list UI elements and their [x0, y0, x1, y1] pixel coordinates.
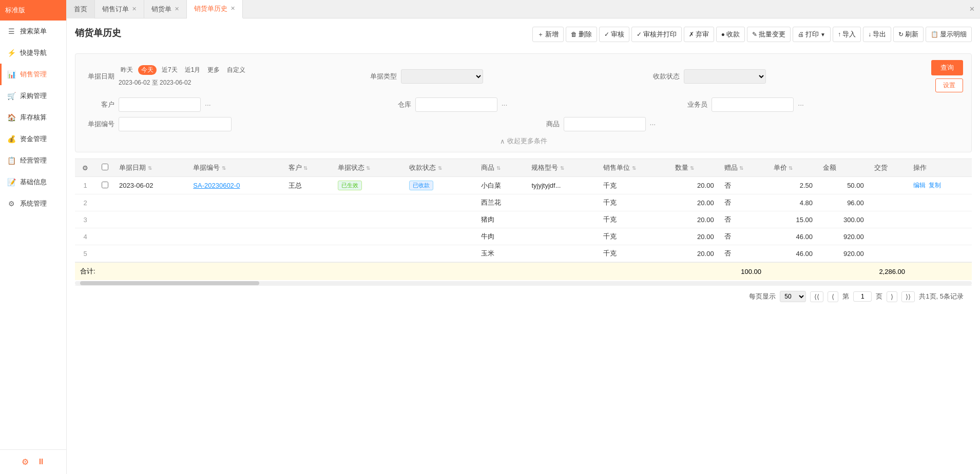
row-doc-no[interactable]: [188, 245, 283, 262]
col-gift[interactable]: 赠品: [719, 159, 768, 177]
row-customer: [283, 245, 333, 262]
col-collect-status[interactable]: 收款状态: [404, 159, 476, 177]
sidebar-item-business-mgmt[interactable]: 📋 经营管理: [0, 150, 66, 171]
sidebar-settings-icon[interactable]: ⚙: [22, 457, 29, 467]
set-button[interactable]: 设置: [935, 78, 963, 92]
tab-sales-history[interactable]: 销货单历史 ✕: [187, 0, 243, 18]
show-detail-button[interactable]: 📋 显示明细: [926, 27, 972, 42]
date-1month[interactable]: 近1月: [183, 65, 203, 75]
row-actions[interactable]: 编辑复制: [908, 177, 972, 194]
audit-button[interactable]: ✓ 审核: [599, 27, 629, 42]
tab-close-sales-history[interactable]: ✕: [230, 5, 235, 12]
page-first-button[interactable]: ⟨⟨: [810, 291, 823, 302]
sidebar-item-search-menu[interactable]: ☰ 搜索菜单: [0, 21, 66, 42]
tab-close-sales-delivery[interactable]: ✕: [175, 6, 179, 12]
row-doc-no[interactable]: [188, 228, 283, 245]
audit-print-button[interactable]: ✓ 审核并打印: [631, 27, 682, 42]
page-last-button[interactable]: ⟩⟩: [901, 291, 915, 302]
row-doc-date: [114, 228, 188, 245]
edit-action[interactable]: 编辑: [913, 182, 926, 189]
row-customer: [283, 228, 333, 245]
tab-home[interactable]: 首页: [67, 0, 95, 18]
tab-label: 销货单: [151, 5, 171, 14]
doc-type-select[interactable]: [401, 69, 483, 84]
row-doc-no[interactable]: SA-20230602-0: [188, 177, 283, 194]
col-doc-no[interactable]: 单据编号: [188, 159, 283, 177]
collect-status-select[interactable]: [684, 69, 766, 84]
page-size-select[interactable]: 50 100 200: [780, 291, 806, 302]
row-actions[interactable]: [908, 228, 972, 245]
date-custom[interactable]: 自定义: [225, 65, 247, 75]
sidebar-item-inventory[interactable]: 🏠 库存核算: [0, 107, 66, 128]
page-prev-button[interactable]: ⟨: [828, 291, 838, 302]
copy-action[interactable]: 复制: [929, 182, 941, 189]
sidebar-collapse-icon[interactable]: ⏸: [37, 457, 45, 467]
doc-no-input[interactable]: [119, 117, 232, 131]
row-checkbox[interactable]: [95, 211, 114, 228]
abandon-button[interactable]: ✗ 弃审: [684, 27, 714, 42]
col-customer[interactable]: 客户: [283, 159, 333, 177]
sidebar-item-label: 系统管理: [20, 199, 47, 208]
customer-input[interactable]: [119, 97, 201, 112]
product-more-icon[interactable]: ···: [650, 120, 656, 128]
new-button[interactable]: ＋ 新增: [532, 27, 564, 42]
tab-close-sales-order[interactable]: ✕: [132, 6, 137, 12]
sidebar-item-finance-mgmt[interactable]: 💰 资金管理: [0, 128, 66, 150]
print-button[interactable]: 🖨 打印 ▼: [793, 27, 831, 42]
col-unit-price[interactable]: 单价: [768, 159, 818, 177]
sidebar-item-system-mgmt[interactable]: ⚙ 系统管理: [0, 193, 66, 214]
row-actions[interactable]: [908, 245, 972, 262]
batch-change-icon: ✎: [752, 31, 757, 38]
page-number-input[interactable]: [853, 291, 872, 302]
col-product[interactable]: 商品: [476, 159, 526, 177]
product-input[interactable]: [564, 117, 646, 131]
collect-button[interactable]: ● 收款: [716, 27, 745, 42]
customer-more-icon[interactable]: ···: [205, 101, 211, 109]
query-button[interactable]: 查询: [931, 60, 963, 75]
row-doc-no[interactable]: [188, 194, 283, 211]
basic-info-icon: 📝: [7, 177, 16, 187]
col-doc-status[interactable]: 单据状态: [333, 159, 405, 177]
date-more[interactable]: 更多: [205, 65, 222, 75]
page-next-button[interactable]: ⟩: [887, 291, 897, 302]
row-doc-no[interactable]: [188, 211, 283, 228]
date-7days[interactable]: 近7天: [160, 65, 180, 75]
warehouse-input[interactable]: [415, 97, 497, 112]
row-checkbox[interactable]: [95, 228, 114, 245]
import-button[interactable]: ↑ 导入: [833, 27, 861, 42]
sidebar-item-purchase-mgmt[interactable]: 🛒 采购管理: [0, 85, 66, 107]
finance-mgmt-icon: 💰: [7, 134, 16, 144]
date-today[interactable]: 今天: [138, 65, 157, 75]
inventory-icon: 🏠: [7, 113, 16, 122]
doc-no-link[interactable]: SA-20230602-0: [193, 182, 240, 189]
row-checkbox[interactable]: [95, 245, 114, 262]
row-checkbox[interactable]: [95, 177, 114, 194]
batch-change-button[interactable]: ✎ 批量变更: [747, 27, 791, 42]
row-checkbox[interactable]: [95, 194, 114, 211]
collapse-button[interactable]: ∧ 收起更多条件: [84, 136, 963, 146]
warehouse-more-icon[interactable]: ···: [502, 101, 508, 109]
salesman-input[interactable]: [712, 97, 794, 112]
col-doc-date[interactable]: 单据日期: [114, 159, 188, 177]
row-doc-status: [333, 245, 405, 262]
tab-bar-close-all[interactable]: ✕: [969, 5, 980, 13]
tab-sales-delivery[interactable]: 销货单 ✕: [144, 0, 187, 18]
row-actions[interactable]: [908, 194, 972, 211]
row-actions[interactable]: [908, 211, 972, 228]
sidebar-item-quick-nav[interactable]: ⚡ 快捷导航: [0, 42, 66, 64]
select-all-checkbox[interactable]: [102, 164, 108, 170]
col-qty[interactable]: 数量: [670, 159, 719, 177]
refresh-button[interactable]: ↻ 刷新: [893, 27, 924, 42]
export-button[interactable]: ↓ 导出: [863, 27, 891, 42]
sidebar-logo: 标准版: [0, 0, 66, 21]
col-settings[interactable]: ⚙: [75, 159, 95, 177]
salesman-more-icon[interactable]: ···: [798, 101, 804, 109]
sidebar-item-sales-mgmt[interactable]: 📊 销售管理: [0, 64, 66, 85]
sidebar-item-basic-info[interactable]: 📝 基础信息: [0, 171, 66, 193]
tab-sales-order[interactable]: 销售订单 ✕: [95, 0, 144, 18]
delete-button[interactable]: 🗑 删除: [566, 27, 597, 42]
date-yesterday[interactable]: 昨天: [119, 65, 135, 75]
col-spec[interactable]: 规格型号: [526, 159, 598, 177]
col-sales-unit[interactable]: 销售单位: [598, 159, 670, 177]
row-checkbox[interactable]: [102, 182, 108, 188]
